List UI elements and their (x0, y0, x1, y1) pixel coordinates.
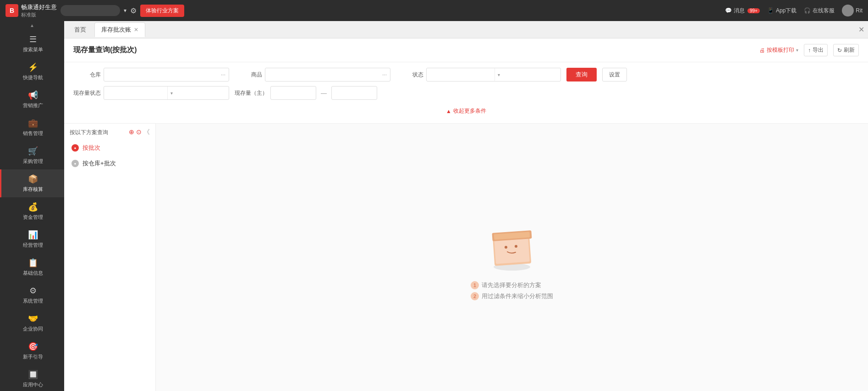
sidebar-item-enterprise[interactable]: 🤝 企业协同 (0, 309, 64, 337)
basic-icon: 📋 (28, 258, 38, 268)
stock-qty-min-input[interactable] (270, 86, 316, 100)
product-input[interactable] (265, 68, 390, 81)
content-area: 首页 库存批次账 ✕ ✕ 现存量查询(按批次) 🖨 按模板打印 ▾ ↑ 导出 (64, 21, 868, 391)
settings-config-btn[interactable]: 设置 (602, 68, 627, 81)
sidebar-label-purchase: 采购管理 (23, 158, 43, 165)
purchase-icon: 🛒 (28, 146, 38, 156)
app-download-btn[interactable]: 📱 App下载 (767, 7, 797, 15)
trial-btn[interactable]: 体验行业方案 (140, 5, 184, 17)
scheme-panel-title: 按以下方案查询 (70, 129, 108, 136)
print-icon: 🖨 (759, 47, 765, 54)
scheme-add-icon[interactable]: ⊕ (129, 128, 134, 136)
scheme-panel-collapse-icon[interactable]: 《 (143, 128, 150, 136)
product-label: 商品 (235, 71, 262, 79)
search-dropdown-btn[interactable]: ▾ (124, 7, 126, 14)
headset-icon: 🎧 (804, 7, 811, 14)
app-download-icon: 📱 (767, 7, 774, 14)
content-split: 按以下方案查询 ⊕ ⊙ 《 ● 按批次 ● 按仓库+批次 (64, 124, 868, 391)
scheme-panel-actions: ⊕ ⊙ 《 (129, 128, 150, 136)
sidebar-item-newbie[interactable]: 🎯 新手引导 (0, 337, 64, 365)
filter-row-2: 现存量状态 ▾ 现存量（主） — (73, 86, 859, 100)
empty-hint-2: 2 用过滤条件来缩小分析范围 (471, 292, 553, 300)
sidebar-item-system[interactable]: ⚙ 系统管理 (0, 281, 64, 309)
warehouse-more-icon[interactable]: ··· (221, 71, 225, 78)
settings-icon-btn[interactable]: ⚙ (130, 6, 137, 15)
online-service-btn[interactable]: 🎧 在线客服 (804, 7, 835, 15)
sidebar-label-search-menu: 搜索菜单 (23, 46, 43, 53)
empty-hint-1: 1 请先选择要分析的方案 (471, 281, 553, 289)
warehouse-input[interactable] (104, 68, 229, 81)
dash-separator: — (319, 90, 329, 97)
product-field: 商品 ··· (235, 68, 390, 81)
system-icon: ⚙ (29, 286, 37, 296)
logo-area: B 畅康通好生意 标准版 (5, 3, 57, 18)
scheme-settings-icon[interactable]: ⊙ (136, 128, 142, 136)
sidebar-item-finance[interactable]: 💰 资金管理 (0, 197, 64, 225)
filter-results-area: 仓库 ··· 商品 ··· (64, 62, 868, 391)
sidebar-item-operations[interactable]: 📊 经营管理 (0, 225, 64, 253)
sidebar-item-inventory[interactable]: 📦 库存核算 (0, 169, 64, 197)
logo-icon: B (5, 4, 18, 17)
stock-qty-field: 现存量（主） — (235, 86, 390, 100)
product-more-icon[interactable]: ··· (382, 71, 387, 78)
sidebar-item-purchase[interactable]: 🛒 采购管理 (0, 141, 64, 169)
page-close-btn[interactable]: ✕ (858, 25, 864, 34)
collapse-more-btn[interactable]: ▲ 收起更多条件 (73, 104, 859, 118)
sidebar-label-basic: 基础信息 (23, 270, 43, 277)
print-btn[interactable]: 🖨 按模板打印 ▾ (759, 46, 798, 54)
app-center-icon: 🔲 (28, 369, 38, 380)
sidebar-scroll-up[interactable]: ▲ (0, 21, 64, 30)
status-select-arrow-icon[interactable]: ▾ (494, 68, 561, 81)
page-actions: 🖨 按模板打印 ▾ ↑ 导出 ↻ 刷新 (759, 44, 859, 56)
status-select[interactable]: ▾ (426, 68, 561, 81)
messages-btn[interactable]: 💬 消息 99+ (725, 7, 760, 15)
message-icon: 💬 (725, 7, 732, 14)
sidebar-item-app-center[interactable]: 🔲 应用中心 (0, 365, 64, 391)
status-label: 状态 (396, 71, 423, 79)
print-chevron-icon: ▾ (796, 48, 798, 53)
empty-state: 1 请先选择要分析的方案 2 用过滤条件来缩小分析范围 (471, 214, 553, 300)
status-field: 状态 ▾ (396, 68, 561, 81)
query-btn[interactable]: 查询 (566, 68, 597, 81)
warehouse-input-wrapper: ··· (104, 68, 229, 81)
messages-badge: 99+ (747, 8, 760, 13)
hint-num-1: 1 (471, 281, 479, 289)
sales-icon: 💼 (28, 118, 38, 128)
hint-text-2: 用过滤条件来缩小分析范围 (482, 292, 553, 300)
sidebar-item-marketing[interactable]: 📢 营销推广 (0, 86, 64, 114)
stock-status-select[interactable]: ▾ (104, 86, 229, 100)
sidebar-label-enterprise: 企业协同 (23, 326, 43, 332)
refresh-btn[interactable]: ↻ 刷新 (833, 44, 859, 56)
sidebar-item-sales[interactable]: 💼 销售管理 (0, 114, 64, 141)
sidebar-item-basic[interactable]: 📋 基础信息 (0, 253, 64, 281)
page-title: 现存量查询(按批次) (73, 45, 137, 55)
company-name: 畅康通好生意 (21, 3, 57, 11)
tab-inventory-batch-label: 库存批次账 (101, 26, 131, 34)
collapse-more-label: 收起更多条件 (453, 107, 486, 115)
newbie-icon: 🎯 (28, 342, 38, 352)
stock-status-arrow-icon[interactable]: ▾ (167, 87, 229, 99)
tab-bar: 首页 库存批次账 ✕ ✕ (64, 21, 868, 38)
tab-close-icon[interactable]: ✕ (134, 27, 138, 33)
search-input[interactable] (60, 5, 120, 16)
sidebar-item-quick-nav[interactable]: ⚡ 快捷导航 (0, 58, 64, 86)
sidebar-item-search-menu[interactable]: ☰ 搜索菜单 (0, 30, 64, 58)
tab-home-label: 首页 (74, 26, 86, 34)
result-area: 1 请先选择要分析的方案 2 用过滤条件来缩小分析范围 (156, 124, 868, 391)
filter-row-1: 仓库 ··· 商品 ··· (73, 68, 859, 81)
tab-home[interactable]: 首页 (68, 22, 93, 37)
empty-illustration (482, 214, 542, 274)
refresh-label: 刷新 (844, 46, 855, 54)
svg-point-5 (505, 246, 507, 249)
filter-panel: 仓库 ··· 商品 ··· (64, 62, 868, 124)
tab-inventory-batch[interactable]: 库存批次账 ✕ (94, 22, 145, 37)
user-avatar-area[interactable]: Rit (842, 5, 863, 16)
scheme-item-by-warehouse-batch[interactable]: ● 按仓库+批次 (64, 156, 155, 171)
export-btn[interactable]: ↑ 导出 (804, 44, 828, 56)
refresh-icon: ↻ (837, 47, 842, 54)
online-service-label: 在线客服 (813, 7, 835, 15)
operations-icon: 📊 (28, 230, 38, 240)
stock-qty-max-input[interactable] (331, 86, 377, 100)
scheme-item-by-batch[interactable]: ● 按批次 (64, 140, 155, 156)
inventory-icon: 📦 (28, 174, 38, 184)
